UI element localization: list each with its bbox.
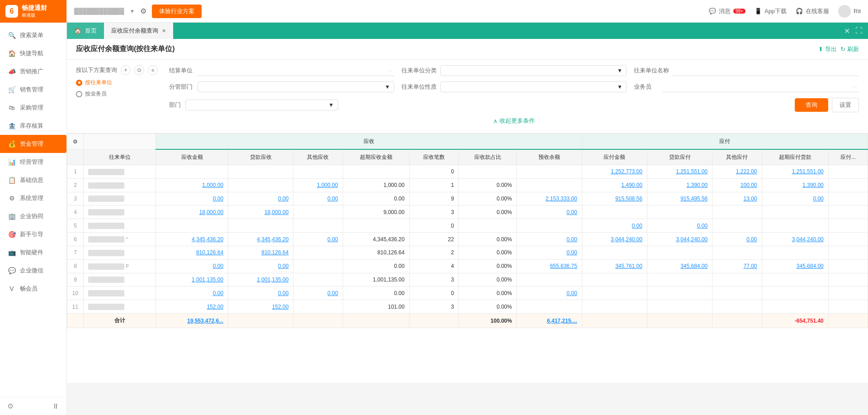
operation-label: 经营管理 bbox=[20, 158, 43, 166]
table-row: 5 0 0.00 0.00 bbox=[67, 219, 868, 233]
filter-area: 按以下方案查询 + ⊙ « 按往来单位 按业务员 bbox=[67, 60, 868, 134]
app-download-group[interactable]: 📱 App下载 bbox=[755, 7, 787, 15]
search-label: 搜索菜单 bbox=[20, 31, 43, 39]
filter-label: 按以下方案查询 bbox=[76, 66, 117, 74]
sidebar-item-basic[interactable]: 📋 基础信息 bbox=[0, 171, 66, 189]
tab-close-icon[interactable]: ✕ bbox=[162, 28, 166, 34]
guide-icon: 🎯 bbox=[7, 230, 16, 239]
inventory-icon: 🏦 bbox=[7, 121, 16, 130]
user-group[interactable]: Rit bbox=[838, 5, 861, 18]
th-ap-credit: 贷款应付 bbox=[647, 149, 712, 165]
settings-icon[interactable]: ⚙ bbox=[73, 138, 78, 145]
topbar: ████████████ ▼ ⚙ 体验行业方案 💬 消息 99+ 📱 App下载… bbox=[67, 0, 868, 23]
system-icon: ⚙ bbox=[7, 194, 16, 203]
radio-empty-icon bbox=[76, 91, 82, 97]
export-button[interactable]: ⬆ 导出 bbox=[818, 45, 837, 53]
page-header: 应收应付余额查询(按往来单位) ⬆ 导出 ↻ 刷新 bbox=[67, 39, 868, 60]
sidebar-item-finance[interactable]: 💰 资金管理 bbox=[0, 135, 66, 153]
basic-label: 基础信息 bbox=[20, 176, 43, 184]
th-ar-overdue: 超期应收金额 bbox=[343, 149, 409, 165]
chevron-down-icon[interactable]: ▼ bbox=[130, 8, 135, 14]
table-row: 4 18,000.00 18,000.00 9,000.00 3 0.00% 0… bbox=[67, 205, 868, 219]
message-group[interactable]: 💬 消息 99+ bbox=[709, 7, 745, 15]
th-partner-group bbox=[84, 134, 156, 150]
sidebar-item-sales[interactable]: 🛒 销售管理 bbox=[0, 81, 66, 99]
sidebar-logo: 6 畅捷通财 标准版 bbox=[0, 0, 66, 23]
refresh-button[interactable]: ↻ 刷新 bbox=[840, 45, 859, 53]
sidebar-item-inventory[interactable]: 🏦 库存核算 bbox=[0, 117, 66, 135]
collapse-filter-btn[interactable]: « bbox=[148, 65, 158, 75]
pause-icon[interactable]: ⏸ bbox=[52, 402, 59, 410]
table-container: ⚙ 应收 应付 往来单位 应收金额 贷款应收 其他应收 超期应收金额 应收笔数 … bbox=[67, 134, 868, 383]
th-ar-other: 其他应收 bbox=[293, 149, 343, 165]
dept-select[interactable]: ▼ bbox=[185, 100, 338, 110]
sidebar-item-guide[interactable]: 🎯 新手引导 bbox=[0, 225, 66, 243]
tab-arbalance[interactable]: 应收应付余额查询 ✕ bbox=[104, 23, 173, 39]
sidebar-item-marketing[interactable]: 📣 营销推广 bbox=[0, 62, 66, 81]
partner-category-label: 往来单位分类 bbox=[401, 67, 437, 75]
chevron-icon4: ▼ bbox=[329, 102, 334, 108]
sidebar-item-quicknav[interactable]: 🏠 快捷导航 bbox=[0, 44, 66, 62]
sidebar-item-corp[interactable]: 🏢 企业协同 bbox=[0, 207, 66, 225]
th-ar-group: 应收 bbox=[156, 134, 582, 150]
finance-icon: 💰 bbox=[7, 139, 16, 148]
tab-close-btn[interactable]: ✕ bbox=[844, 27, 850, 35]
th-ap-other: 其他应付 bbox=[712, 149, 762, 165]
filter-modes-panel: 按以下方案查询 + ⊙ « 按往来单位 按业务员 bbox=[76, 65, 162, 128]
finance-label: 资金管理 bbox=[20, 140, 43, 148]
marketing-icon: 📣 bbox=[7, 67, 16, 76]
corp-icon: 🏢 bbox=[7, 212, 16, 221]
collapse-filter-button[interactable]: ∧ 收起更多条件 bbox=[169, 114, 859, 128]
th-ar-amount: 应收金额 bbox=[156, 149, 228, 165]
page-actions: ⬆ 导出 ↻ 刷新 bbox=[818, 45, 859, 59]
settings-bottom-icon[interactable]: ⚙ bbox=[7, 402, 14, 410]
partner-category-select[interactable]: ▼ bbox=[440, 65, 627, 76]
sidebar-item-hardware[interactable]: 📺 智能硬件 bbox=[0, 243, 66, 262]
settings-icon[interactable]: ⚙ bbox=[140, 7, 146, 15]
th-settings[interactable]: ⚙ bbox=[67, 134, 84, 150]
partner-nature-select[interactable]: ▼ bbox=[440, 81, 627, 92]
tab-expand-btn[interactable]: ⛶ bbox=[855, 27, 863, 35]
query-button[interactable]: 查询 bbox=[795, 98, 828, 112]
settlement-unit-input[interactable] bbox=[199, 67, 388, 74]
partner-name-input[interactable] bbox=[675, 67, 857, 74]
sidebar-bottom: ⚙ ⏸ bbox=[0, 397, 66, 415]
sidebar-item-system[interactable]: ⚙ 系统管理 bbox=[0, 189, 66, 207]
tab-bar: 🏠 首页 应收应付余额查询 ✕ ✕ ⛶ bbox=[67, 23, 868, 39]
sidebar-item-search[interactable]: 🔍 搜索菜单 bbox=[0, 26, 66, 44]
settlement-unit-label: 结算单位 bbox=[169, 67, 194, 75]
add-filter-btn[interactable]: + bbox=[121, 65, 131, 75]
th-ar-credit: 贷款应收 bbox=[228, 149, 293, 165]
topbar-left: ████████████ ▼ ⚙ 体验行业方案 bbox=[74, 5, 202, 18]
dept-head-label: 分管部门 bbox=[169, 83, 194, 91]
sidebar-item-wechat[interactable]: 💬 企业微信 bbox=[0, 262, 66, 280]
logo-icon: 6 bbox=[5, 5, 18, 18]
chevron-icon2: ▼ bbox=[385, 84, 390, 90]
sidebar-item-member[interactable]: V 畅会员 bbox=[0, 280, 66, 298]
th-partner: 往来单位 bbox=[84, 149, 156, 165]
main-content: 应收应付余额查询(按往来单位) ⬆ 导出 ↻ 刷新 按以下方案查询 + ⊙ « bbox=[67, 39, 868, 415]
filter-fields: 结算单位 ··· 往来单位分类 ▼ 往来单位名称 bbox=[169, 65, 859, 128]
breadcrumb-blur: ████████████ bbox=[74, 8, 124, 14]
salesperson-input[interactable] bbox=[664, 83, 853, 90]
chevron-up-icon: ∧ bbox=[493, 118, 498, 124]
service-group[interactable]: 🎧 在线客服 bbox=[796, 7, 829, 15]
data-table: ⚙ 应收 应付 往来单位 应收金额 贷款应收 其他应收 超期应收金额 应收笔数 … bbox=[67, 134, 868, 328]
total-row: 合计 19,553,472,6... 100.00% 6,417,215....… bbox=[67, 314, 868, 328]
logo-text: 畅捷通财 标准版 bbox=[22, 4, 47, 19]
th-ap-extra: 应付... bbox=[828, 149, 868, 165]
chevron-icon3: ▼ bbox=[617, 84, 623, 90]
table-row: 2 1,000.00 1,000.00 1,000.00 1 0.00% 1,4… bbox=[67, 178, 868, 192]
filter-mode-partner[interactable]: 按往来单位 bbox=[76, 79, 162, 86]
industry-solution-button[interactable]: 体验行业方案 bbox=[152, 5, 202, 18]
filter-mode-salesperson[interactable]: 按业务员 bbox=[76, 90, 162, 98]
partner-name-label: 往来单位名称 bbox=[634, 67, 669, 75]
settings-button[interactable]: 设置 bbox=[832, 98, 859, 112]
sidebar-item-operation[interactable]: 📊 经营管理 bbox=[0, 153, 66, 171]
dept-head-select[interactable]: ▼ bbox=[198, 81, 394, 92]
user-avatar bbox=[838, 5, 851, 18]
tab-home[interactable]: 🏠 首页 bbox=[67, 23, 104, 39]
sidebar-item-purchase[interactable]: 🛍 采购管理 bbox=[0, 99, 66, 117]
target-filter-btn[interactable]: ⊙ bbox=[134, 65, 144, 75]
chevron-icon: ▼ bbox=[617, 67, 623, 74]
